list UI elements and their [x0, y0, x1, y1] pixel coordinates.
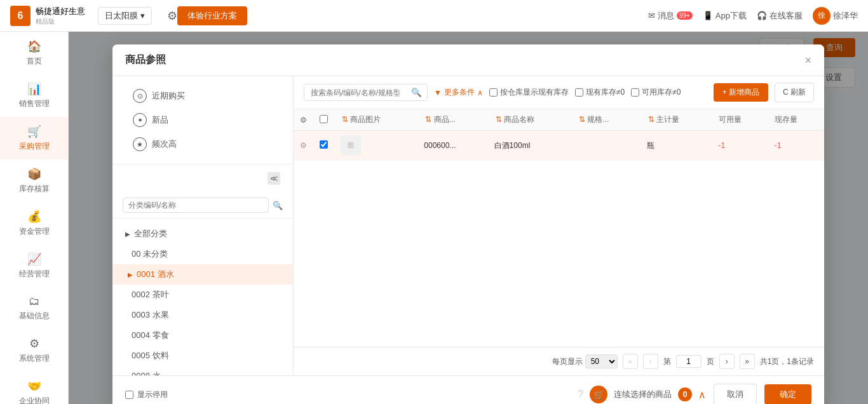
stock-nonzero-checkbox[interactable] [575, 88, 583, 97]
sidebar-item-basic-info[interactable]: 🗂 基础信息 [0, 287, 68, 329]
quick-new-product[interactable]: ✦ 新品 [123, 108, 283, 132]
message-label: 消息 [658, 10, 674, 22]
sidebar-item-finance[interactable]: 💰 资金管理 [0, 202, 68, 245]
collapse-cart-button[interactable]: ∧ [698, 389, 706, 401]
confirm-button[interactable]: 确定 [764, 384, 811, 404]
warehouse-stock-checkbox[interactable] [489, 88, 498, 97]
category-label: 0002 茶叶 [132, 289, 169, 300]
sidebar-item-operations[interactable]: 📈 经营管理 [0, 245, 68, 287]
td-gear[interactable]: ⚙ [294, 131, 313, 161]
freq-icon: ★ [133, 137, 147, 151]
nav-selector[interactable]: 日太阳膜 ▾ [98, 7, 152, 25]
product-search-input[interactable] [304, 85, 406, 100]
th-stock: 现存量 [768, 109, 824, 131]
sidebar-item-inventory[interactable]: 📦 库存核算 [0, 159, 68, 202]
phone-icon: 📱 [703, 11, 713, 20]
row-checkbox[interactable] [320, 140, 328, 149]
product-table-wrap: ⚙ ⇅ 商品图片 [294, 109, 824, 347]
username: 徐泽华 [833, 10, 858, 22]
page-size-select[interactable]: 50 10 20 100 [585, 354, 618, 368]
new-icon: ✦ [133, 113, 147, 127]
message-icon: ✉ [648, 11, 655, 20]
cancel-button[interactable]: 取消 [714, 384, 757, 404]
category-0001[interactable]: ▶ 0001 酒水 [112, 264, 293, 285]
sidebar-item-home[interactable]: 🏠 首页 [0, 32, 68, 74]
category-list: ▶ 全部分类 00 未分类 ▶ 0001 酒水 0002 茶叶 [112, 219, 293, 375]
product-search-button[interactable]: 🔍 [406, 84, 427, 100]
td-checkbox[interactable] [313, 131, 334, 161]
sidebar-label: 资金管理 [19, 226, 50, 237]
category-0004[interactable]: 0004 零食 [112, 325, 293, 346]
category-0005[interactable]: 0005 饮料 [112, 346, 293, 366]
add-product-button[interactable]: + 新增商品 [714, 83, 768, 102]
sort-icon: ⇅ [648, 115, 654, 124]
modal-header: 商品参照 × [112, 44, 824, 76]
refresh-button[interactable]: C 刷新 [775, 83, 814, 102]
chevron-down-icon: ▾ [140, 11, 145, 20]
logo-text: 畅捷通好生意 精品版 [36, 6, 85, 26]
product-reference-modal: 商品参照 × ⊙ 近期购买 ✦ [112, 44, 824, 404]
available-nonzero-label: 可用库存≠0 [642, 87, 681, 98]
user-item[interactable]: 徐 徐泽华 [813, 7, 858, 25]
expand-icon: ▶ [125, 231, 130, 238]
category-0003[interactable]: 0003 水果 [112, 305, 293, 325]
help-icon[interactable]: ? [578, 389, 583, 400]
select-all-checkbox[interactable] [320, 115, 328, 123]
stock-nonzero-checkbox-wrap[interactable]: 现有库存≠0 [575, 87, 625, 98]
last-page-button[interactable]: » [740, 354, 755, 369]
category-search-input[interactable] [123, 198, 269, 213]
category-all[interactable]: ▶ 全部分类 [112, 224, 293, 244]
show-disabled-checkbox[interactable] [125, 391, 133, 399]
product-thumbnail: 图 [341, 135, 361, 156]
experience-btn[interactable]: 体验行业方案 [177, 6, 247, 25]
modal-overlay: 商品参照 × ⊙ 近期购买 ✦ [69, 32, 868, 404]
show-disabled-wrap[interactable]: 显示停用 [125, 389, 168, 400]
enterprise-icon: 🤝 [27, 379, 41, 393]
category-label: 全部分类 [134, 228, 167, 239]
category-label: 0004 零食 [132, 330, 169, 341]
nav-selector-label: 日太阳膜 [105, 10, 138, 22]
sidebar-item-enterprise[interactable]: 🤝 企业协同 [0, 372, 68, 404]
sidebar-label: 库存核算 [19, 184, 50, 194]
td-stock: -1 [768, 131, 824, 161]
sidebar-item-system[interactable]: ⚙ 系统管理 [0, 329, 68, 372]
th-spec-label: 规格... [587, 115, 609, 124]
logo-name: 畅捷通好生意 [36, 6, 85, 17]
more-filter-button[interactable]: ▼ 更多条件 ∧ [434, 87, 483, 98]
category-search-icon[interactable]: 🔍 [273, 201, 283, 210]
modal-close-button[interactable]: × [804, 55, 811, 66]
th-image-label: 商品图片 [350, 115, 381, 124]
product-search-wrap: 🔍 [304, 84, 428, 101]
collapse-panel-button[interactable]: ≪ [268, 172, 280, 185]
category-0002[interactable]: 0002 茶叶 [112, 285, 293, 305]
message-item[interactable]: ✉ 消息 99+ [648, 10, 693, 22]
quick-recent-purchase[interactable]: ⊙ 近期购买 [123, 84, 283, 108]
available-nonzero-checkbox-wrap[interactable]: 可用库存≠0 [631, 87, 681, 98]
prev-page-button[interactable]: ‹ [643, 354, 658, 369]
td-spec [571, 131, 641, 161]
top-nav: 6 畅捷通好生意 精品版 日太阳膜 ▾ ⚙ 体验行业方案 ✉ 消息 99+ 📱 … [0, 0, 868, 32]
quick-high-frequency[interactable]: ★ 频次高 [123, 132, 283, 156]
first-page-button[interactable]: « [623, 354, 638, 369]
warehouse-stock-checkbox-wrap[interactable]: 按仓库显示现有库存 [489, 87, 569, 98]
table-header-row: ⚙ ⇅ 商品图片 [294, 109, 824, 131]
gear-icon[interactable]: ⚙ [167, 9, 177, 23]
next-page-button[interactable]: › [719, 354, 735, 369]
sales-icon: 📊 [27, 82, 41, 96]
row-gear-icon: ⚙ [300, 141, 307, 150]
table-row[interactable]: ⚙ 图 000600... 白酒100ml [294, 131, 824, 161]
basic-info-icon: 🗂 [29, 295, 40, 308]
th-code-label: 商品... [434, 115, 456, 124]
sidebar-item-purchase[interactable]: 🛒 采购管理 [0, 117, 68, 159]
gear-icon[interactable]: ⚙ [300, 116, 307, 125]
page-number-input[interactable] [676, 355, 702, 368]
th-unit: ⇅ 主计量 [641, 109, 712, 131]
cart-button[interactable]: 🛒 [590, 386, 607, 403]
available-nonzero-checkbox[interactable] [631, 88, 639, 97]
app-download-item[interactable]: 📱 App下载 [703, 10, 747, 22]
sidebar-item-sales[interactable]: 📊 销售管理 [0, 74, 68, 117]
recent-icon: ⊙ [133, 89, 147, 103]
service-item[interactable]: 🎧 在线客服 [757, 10, 803, 22]
category-00[interactable]: 00 未分类 [112, 244, 293, 264]
category-0008[interactable]: 0008 水 [112, 366, 293, 375]
